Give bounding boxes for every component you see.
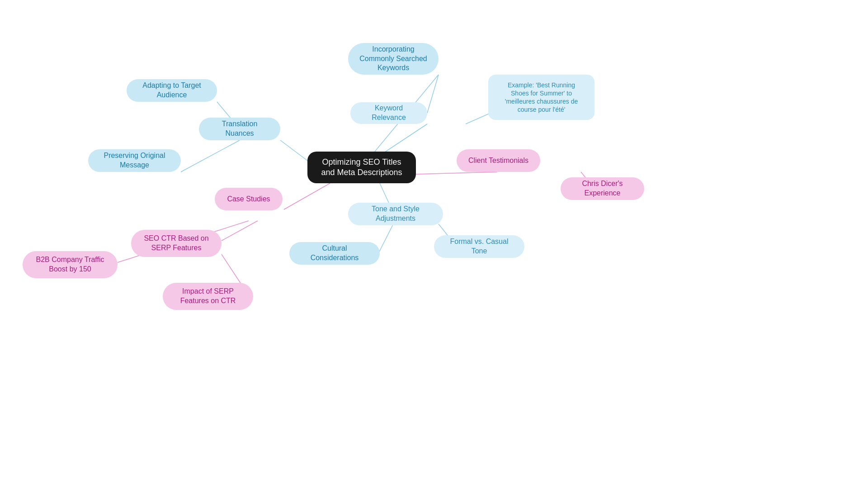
translation-nuances-node[interactable]: Translation Nuances (199, 118, 280, 140)
client-testimonials-label: Client Testimonials (468, 156, 528, 166)
seo-ctr-node[interactable]: SEO CTR Based on SERP Features (131, 230, 222, 257)
keyword-relevance-label: Keyword Relevance (361, 104, 416, 123)
center-node[interactable]: Optimizing SEO Titles and Meta Descripti… (307, 152, 416, 183)
incorporating-node[interactable]: Incorporating Commonly Searched Keywords (348, 43, 439, 75)
adapting-label: Adapting to Target Audience (137, 81, 206, 100)
incorporating-label: Incorporating Commonly Searched Keywords (359, 45, 428, 73)
svg-line-8 (379, 224, 393, 252)
tone-style-node[interactable]: Tone and Style Adjustments (348, 203, 443, 225)
preserving-label: Preserving Original Message (99, 151, 170, 170)
svg-line-12 (284, 183, 330, 209)
svg-line-6 (181, 140, 240, 172)
svg-line-13 (222, 221, 258, 241)
tone-style-label: Tone and Style Adjustments (359, 205, 432, 224)
cultural-label: Cultural Considerations (300, 244, 369, 263)
client-testimonials-node[interactable]: Client Testimonials (457, 149, 540, 172)
adapting-node[interactable]: Adapting to Target Audience (127, 79, 217, 102)
example-label: Example: 'Best Running Shoes for Summer'… (499, 81, 584, 114)
center-node-label: Optimizing SEO Titles and Meta Descripti… (318, 157, 405, 178)
chris-dicer-label: Chris Dicer's Experience (571, 179, 633, 198)
case-studies-node[interactable]: Case Studies (215, 188, 283, 210)
b2b-traffic-node[interactable]: B2B Company Traffic Boost by 150 (23, 251, 118, 278)
case-studies-label: Case Studies (227, 195, 270, 204)
formal-casual-node[interactable]: Formal vs. Casual Tone (434, 235, 524, 258)
cultural-node[interactable]: Cultural Considerations (289, 242, 380, 265)
preserving-node[interactable]: Preserving Original Message (88, 149, 181, 172)
b2b-traffic-label: B2B Company Traffic Boost by 150 (33, 255, 107, 274)
keyword-relevance-node[interactable]: Keyword Relevance (350, 102, 427, 124)
translation-nuances-label: Translation Nuances (210, 119, 269, 138)
svg-line-10 (416, 172, 497, 174)
chris-dicer-node[interactable]: Chris Dicer's Experience (561, 177, 644, 200)
example-node[interactable]: Example: 'Best Running Shoes for Summer'… (488, 75, 594, 120)
svg-line-2 (427, 75, 439, 113)
impact-serp-label: Impact of SERP Features on CTR (174, 287, 242, 306)
seo-ctr-label: SEO CTR Based on SERP Features (142, 234, 211, 253)
formal-casual-label: Formal vs. Casual Tone (445, 237, 514, 256)
impact-serp-node[interactable]: Impact of SERP Features on CTR (163, 283, 253, 310)
